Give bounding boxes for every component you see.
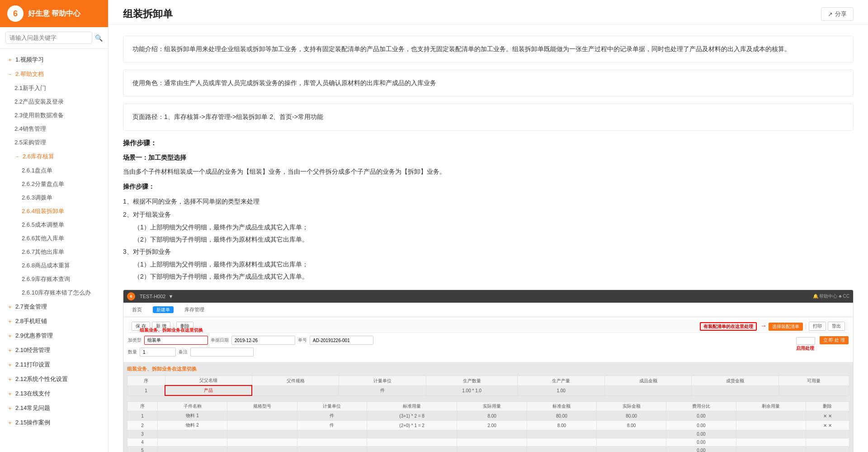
orderno-input[interactable] [310, 336, 373, 345]
sidebar-item-2.6.3[interactable]: 2.6.3调拨单 [0, 191, 108, 205]
mock-company: TEST-H002 [140, 294, 165, 299]
th-unit: 计量单位 [339, 376, 426, 386]
expand-icon: ＋ [7, 361, 13, 369]
remark-input[interactable] [190, 347, 254, 357]
search-icon[interactable]: 🔍 [95, 34, 103, 42]
nav-label: 2.14常见问题 [15, 404, 50, 412]
expand-icon: ＋ [7, 347, 13, 354]
step-list: 1、根据不同的业务，选择不同单据的类型来处理 2、对于组装业务 （1）上部明细为… [123, 195, 854, 282]
sidebar-item-2.6.4[interactable]: 2.6.4组装拆卸单 [0, 205, 108, 218]
sidebar-item-videos[interactable]: ＋ 1.视频学习 [0, 52, 108, 67]
type-label: 加类型 [128, 337, 142, 343]
sidebar-item-2.6.9[interactable]: 2.6.9库存账本查询 [0, 272, 108, 286]
orderno-label: 单号 [298, 337, 307, 343]
th-std-amt: 标准金额 [527, 402, 596, 411]
sidebar-item-2.6.5[interactable]: 2.6.5成本调整单 [0, 218, 108, 232]
th-act-qty: 实际用量 [457, 402, 527, 411]
date-input[interactable] [231, 336, 295, 345]
th-seq: 序 [127, 376, 165, 386]
nav-label: 2.9优惠券管理 [15, 332, 53, 340]
annotation3-text: 启用处理 [796, 346, 814, 351]
step-3-sub2: （2）下部明细为子件明细，最终作为产成品生成其它入库单。 [134, 271, 854, 283]
expand-icon: ＋ [7, 404, 13, 412]
mock-nav: 首页 新建单 库存管理 [123, 303, 853, 317]
th-avail: 可用量 [778, 376, 849, 386]
sidebar-item-2.6.8[interactable]: 2.6.8商品成本重算 [0, 259, 108, 272]
mock-tab-home[interactable]: 首页 [127, 304, 147, 315]
sidebar-item-2.6.10[interactable]: 2.6.10库存账本错了怎么办 [0, 286, 108, 300]
lower-table-area: 序 子件名称 规格型号 计量单位 标准用量 实际用量 标准金额 实际金额 费用分… [123, 398, 853, 452]
nav-label: 2.帮助文档 [15, 70, 44, 78]
expand-icon: ＋ [7, 419, 13, 427]
mock-topbar: 6 TEST-H002 ▼ 🔔 帮助中心 ♣ CC [123, 290, 853, 303]
sidebar-item-2.6.6[interactable]: 2.6.6其他入库单 [0, 232, 108, 245]
th-subname: 子件名称 [157, 402, 227, 411]
mock-tab-inventory[interactable]: 库存管理 [179, 304, 209, 315]
sidebar-item-2.1[interactable]: 2.1新手入门 [0, 81, 108, 95]
th-cost-pct: 费用分比 [666, 402, 736, 411]
share-button[interactable]: ↗ 分享 [821, 7, 854, 21]
sidebar-item-2.11[interactable]: ＋ 2.11打印设置 [0, 357, 108, 372]
table-row: 50.00 [127, 447, 849, 452]
th-remain: 剩余用量 [736, 402, 806, 411]
sidebar-item-2.6[interactable]: － 2.6库存核算 [0, 149, 108, 164]
sidebar-item-2.13[interactable]: ＋ 2.13在线支付 [0, 386, 108, 401]
sidebar-item-2.6.2[interactable]: 2.6.2分量盘点单 [0, 177, 108, 191]
screenshot-container: 6 TEST-H002 ▼ 🔔 帮助中心 ♣ CC 首页 新建单 库存管理 [123, 290, 854, 452]
nav-label: 2.10经营管理 [15, 346, 50, 354]
th-act-amt: 实际金额 [597, 402, 666, 411]
sidebar-item-2.12[interactable]: ＋ 2.12系统个性化设置 [0, 372, 108, 386]
th-name: 父父名细 [165, 376, 252, 386]
intro-block-2: 使用角色：通常由生产人员或库管人员完成拆装业务的操作，库管人员确认原材料的出库和… [123, 70, 854, 96]
step-3-sub1: （1）上部明细为父件明细，最终作为原材料生成其它出库单； [134, 258, 854, 271]
date-label: 单据日期 [211, 337, 229, 343]
sidebar-item-2.6.7[interactable]: 2.6.7其他出库单 [0, 245, 108, 259]
type-field-wrapper: 组装业务、拆卸业务在这里切换 [144, 336, 208, 345]
step-3: 3、对于拆卸业务 [123, 246, 854, 258]
mock-btn-export[interactable]: 导出 [828, 322, 845, 331]
search-box: 🔍 [0, 27, 108, 49]
sidebar-item-2.3[interactable]: 2.3使用前数据准备 [0, 109, 108, 122]
mock-btn-config[interactable]: 选择装配清单 [769, 323, 803, 331]
step-2-sub1: （1）上部明细为父件明细，最终作为产成品生成其它入库单； [134, 221, 854, 233]
mock-tab-new[interactable]: 新建单 [148, 305, 179, 315]
sidebar-item-2.7[interactable]: ＋ 2.7资金管理 [0, 300, 108, 314]
sidebar-item-2.4[interactable]: 2.4销售管理 [0, 122, 108, 136]
expand-icon: ＋ [7, 56, 13, 64]
th-subspec: 规格型号 [227, 402, 297, 411]
sidebar-item-2.14[interactable]: ＋ 2.14常见问题 [0, 401, 108, 415]
qty-input[interactable] [140, 347, 176, 357]
mock-form-row1: 加类型 组装业务、拆卸业务在这里切换 单据日期 单号 [128, 336, 849, 345]
table-row: 30.00 [127, 430, 849, 438]
th-del: 删除 [806, 402, 849, 411]
step-2-sub2: （2）下部明细为子件明细，最终作为原材料生成其它出库单。 [134, 233, 854, 246]
expand-icon: ＋ [7, 390, 13, 398]
app-title: 好生意 帮助中心 [28, 9, 80, 19]
annotation2-box: 组装业务、拆卸业务在这里切换 [140, 326, 203, 333]
expand-icon: ＋ [7, 318, 13, 325]
annotation3-label: 启用处理 [796, 344, 814, 352]
topbar: 组装拆卸单 ↗ 分享 [108, 0, 868, 25]
nav-label: 2.8手机旺铺 [15, 317, 47, 325]
ops-steps-title: 操作步骤： [123, 183, 854, 191]
product-cell: 产品 [204, 388, 213, 393]
sidebar-item-2.6.1[interactable]: 2.6.1盘点单 [0, 164, 108, 177]
sidebar-item-docs[interactable]: － 2.帮助文档 [0, 67, 108, 81]
sidebar-item-2.9[interactable]: ＋ 2.9优惠券管理 [0, 328, 108, 343]
mock-btn-confirm[interactable]: 立 即 处 理 [820, 336, 849, 344]
type-input[interactable] [144, 336, 208, 345]
breadcrumb: 页面路径：1、库存核算->库存管理->组装拆卸单 2、首页->常用功能 [132, 111, 844, 123]
sidebar-item-2.2[interactable]: 2.2产品安装及登录 [0, 95, 108, 109]
sidebar-item-2.15[interactable]: ＋ 2.15操作案例 [0, 415, 108, 430]
arrow-icon: → [760, 322, 767, 329]
intro-block-1: 功能介绍：组装拆卸单用来处理企业组装或拆卸等加工业务，支持有固定装配清单的产品加… [123, 36, 854, 62]
search-input[interactable] [5, 32, 92, 44]
mock-btn-print[interactable]: 打印 [809, 322, 826, 331]
sidebar-item-2.10[interactable]: ＋ 2.10经营管理 [0, 343, 108, 357]
sidebar-item-2.5[interactable]: 2.5采购管理 [0, 136, 108, 149]
mock-icons: 🔔 帮助中心 ♣ CC [813, 293, 849, 300]
intro-text-1: 功能介绍：组装拆卸单用来处理企业组装或拆卸等加工业务，支持有固定装配清单的产品加… [132, 43, 844, 55]
sidebar: 6 好生意 帮助中心 🔍 ＋ 1.视频学习 － 2.帮助文档 2.1新手入门 2… [0, 0, 108, 452]
sidebar-item-2.8[interactable]: ＋ 2.8手机旺铺 [0, 314, 108, 328]
nav-label: 2.7资金管理 [15, 303, 47, 311]
